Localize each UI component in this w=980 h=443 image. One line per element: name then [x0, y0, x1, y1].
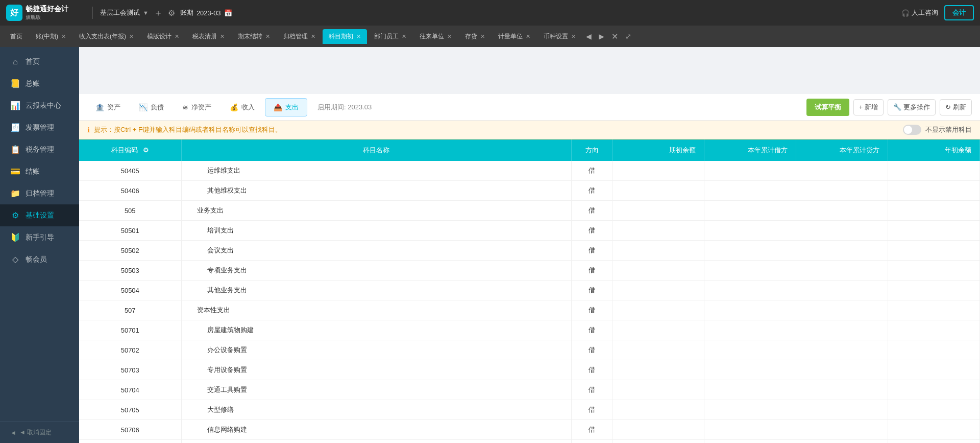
- tab-subject-init-label: 科目期初: [329, 32, 353, 41]
- tab-dept-label: 部门员工: [374, 32, 399, 41]
- tab-archive[interactable]: 归档管理 ✕: [277, 29, 322, 44]
- company-selector[interactable]: 基层工会测试 ▼: [100, 8, 149, 17]
- tab-dept-close[interactable]: ✕: [402, 33, 406, 40]
- sidebar-item-guide[interactable]: 🔰 新手引导: [0, 226, 79, 248]
- tab-subject-init[interactable]: 科目期初 ✕: [323, 29, 367, 44]
- sidebar-item-ledger[interactable]: 📒 总账: [0, 73, 79, 95]
- tab-tax[interactable]: 税表清册 ✕: [186, 29, 231, 44]
- tab-contacts[interactable]: 往来单位 ✕: [413, 29, 458, 44]
- tab-archive-close[interactable]: ✕: [311, 33, 315, 40]
- tab-inventory-close[interactable]: ✕: [480, 33, 485, 40]
- cell-year-opening: [888, 201, 980, 221]
- table-row[interactable]: 50701 房屋建筑物购建 借: [79, 320, 980, 340]
- table-row[interactable]: 50706 信息网络购建 借: [79, 420, 980, 440]
- tab-period-end[interactable]: 期末结转 ✕: [232, 29, 276, 44]
- table-row[interactable]: 50707 其他资本性支出 借: [79, 440, 980, 444]
- tab-currency-close[interactable]: ✕: [571, 33, 576, 40]
- table-row[interactable]: 50504 其他业务支出 借: [79, 281, 980, 300]
- refresh-button[interactable]: ↻ 刷新: [940, 99, 972, 115]
- cell-name: 专项业务支出: [181, 261, 572, 281]
- sidebar-item-settings[interactable]: ⚙ 基础设置: [0, 204, 79, 226]
- col-opening-balance: 期初余额: [612, 139, 704, 161]
- sidebar-item-member[interactable]: ◇ 畅会员: [0, 248, 79, 270]
- calendar-icon[interactable]: 📅: [224, 9, 232, 17]
- cell-code: 505: [79, 201, 181, 221]
- tab-expand-button[interactable]: ⤢: [622, 30, 634, 42]
- table-row[interactable]: 50406 其他维权支出 借: [79, 181, 980, 201]
- toggle-disabled-switch[interactable]: [903, 125, 921, 135]
- tab-annual[interactable]: 收入支出表(年报) ✕: [73, 29, 140, 44]
- table-row[interactable]: 507 资本性支出 借: [79, 300, 980, 320]
- table-row[interactable]: 50702 办公设备购置 借: [79, 340, 980, 360]
- add-company-button[interactable]: ＋: [154, 7, 163, 19]
- table-row[interactable]: 50705 大型修缮 借: [79, 400, 980, 420]
- table-row[interactable]: 50704 交通工具购置 借: [79, 380, 980, 400]
- period-display: 启用期间: 2023.03: [317, 103, 372, 112]
- sidebar-item-reports[interactable]: 📊 云报表中心: [0, 95, 79, 116]
- tab-annual-close[interactable]: ✕: [129, 33, 134, 40]
- sidebar-item-home[interactable]: ⌂ 首页: [0, 51, 79, 73]
- sidebar-collapse-button[interactable]: ◄ ◄ 取消固定: [0, 422, 79, 443]
- net-asset-icon: ≋: [182, 103, 188, 111]
- tab-subject-init-close[interactable]: ✕: [356, 33, 361, 40]
- sidebar-item-tax[interactable]: 📋 税务管理: [0, 138, 79, 160]
- tab-next-button[interactable]: ▶: [596, 30, 607, 42]
- table-row[interactable]: 505 业务支出 借: [79, 201, 980, 221]
- tab-home[interactable]: 首页: [4, 29, 29, 44]
- tab-inventory[interactable]: 存货 ✕: [459, 29, 491, 44]
- cell-opening: [612, 221, 704, 241]
- tab-contacts-label: 往来单位: [420, 32, 444, 41]
- cell-ytd-credit: [796, 400, 888, 420]
- sidebar-reports-label: 云报表中心: [26, 101, 61, 110]
- filter-tab-income[interactable]: 💰 收入: [222, 99, 263, 116]
- filter-tab-liability[interactable]: 📉 负债: [131, 99, 172, 116]
- tab-tax-close[interactable]: ✕: [220, 33, 225, 40]
- cell-year-opening: [888, 360, 980, 380]
- sidebar-item-archive[interactable]: 📁 归档管理: [0, 182, 79, 204]
- col-code-settings-icon[interactable]: ⚙: [143, 146, 149, 154]
- tab-currency[interactable]: 币种设置 ✕: [537, 29, 582, 44]
- tab-close-all-button[interactable]: ✕: [608, 30, 621, 43]
- tab-period-close[interactable]: ✕: [61, 33, 66, 40]
- cell-name: 交通工具购置: [181, 380, 572, 400]
- filter-tabs-bar: 🏦 资产 📉 负债 ≋ 净资产 💰 收入 📤 支出 启用期间: 2023.03 …: [79, 94, 980, 121]
- filter-tab-expense[interactable]: 📤 支出: [265, 98, 307, 116]
- sidebar-tax-label: 税务管理: [26, 145, 54, 154]
- cell-opening: [612, 201, 704, 221]
- tab-period[interactable]: 账(中期) ✕: [30, 29, 72, 44]
- table-row[interactable]: 50502 会议支出 借: [79, 241, 980, 261]
- table-row[interactable]: 50503 专项业务支出 借: [79, 261, 980, 281]
- hint-text: 提示：按Ctrl + F键并输入科目编码或者科目名称可以查找科目。: [94, 125, 282, 134]
- filter-tab-asset[interactable]: 🏦 资产: [87, 99, 129, 116]
- filter-tab-net-asset[interactable]: ≋ 净资产: [174, 99, 219, 116]
- col-ytd-debit: 本年累计借方: [704, 139, 796, 161]
- tab-unit[interactable]: 计量单位 ✕: [492, 29, 536, 44]
- sidebar-item-invoice[interactable]: 🧾 发票管理: [0, 116, 79, 138]
- tab-template[interactable]: 模版设计 ✕: [141, 29, 185, 44]
- help-button[interactable]: 🎧 人工咨询: [901, 8, 938, 17]
- app-sub: 旗舰版: [26, 14, 68, 21]
- tab-tax-label: 税表清册: [192, 32, 217, 41]
- tab-dept[interactable]: 部门员工 ✕: [368, 29, 412, 44]
- more-button[interactable]: 🔧 更多操作: [888, 99, 936, 115]
- cell-opening: [612, 281, 704, 300]
- settings-icon[interactable]: ⚙: [168, 8, 175, 18]
- tab-period-end-close[interactable]: ✕: [265, 33, 270, 40]
- calc-balance-button[interactable]: 试算平衡: [806, 99, 849, 116]
- member-icon: ◇: [10, 254, 20, 264]
- new-button[interactable]: + 新增: [853, 99, 884, 115]
- more-icon: 🔧: [893, 103, 901, 111]
- table-row[interactable]: 50405 运维维支出 借: [79, 161, 980, 181]
- cell-opening: [612, 420, 704, 440]
- table-row[interactable]: 50501 培训支出 借: [79, 221, 980, 241]
- table-row[interactable]: 50703 专用设备购置 借: [79, 360, 980, 380]
- cell-code: 50707: [79, 440, 181, 444]
- tab-contacts-close[interactable]: ✕: [447, 33, 452, 40]
- cell-opening: [612, 161, 704, 181]
- sidebar-item-settle[interactable]: 💳 结账: [0, 160, 79, 182]
- tab-unit-close[interactable]: ✕: [526, 33, 530, 40]
- tab-prev-button[interactable]: ◀: [583, 30, 595, 42]
- cell-name: 其他资本性支出: [181, 440, 572, 444]
- tab-template-close[interactable]: ✕: [175, 33, 179, 40]
- account-button[interactable]: 会计: [944, 5, 974, 20]
